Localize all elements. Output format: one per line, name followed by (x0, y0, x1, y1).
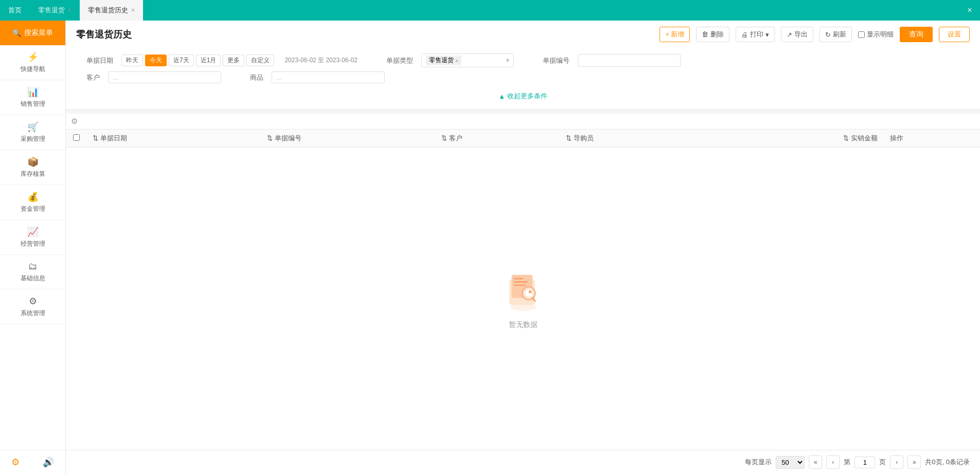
sales-mgmt-label: 销售管理 (21, 100, 45, 108)
customer-filter-label: 客户 (86, 73, 100, 82)
sidebar-item-quick-nav[interactable]: ⚡快捷导航 (0, 45, 65, 80)
filter-row-2: 客户 ... 商品 ... (86, 71, 959, 83)
table-area: ⚙ ⇅ 单据日期 ⇅ 单据编号 ⇅ 客户 ⇅ 导购员 ⇅ 实销金额 操作 (66, 114, 980, 450)
sidebar-item-finance[interactable]: 💰资金管理 (0, 185, 65, 220)
top-bar: 首页零售退货×零售退货历史× × (0, 0, 980, 21)
date-btn-近1月[interactable]: 近1月 (196, 54, 221, 66)
inventory-label: 库存核算 (21, 170, 45, 178)
customer-placeholder: ... (113, 74, 118, 81)
tabs-container: 首页零售退货×零售退货历史× (0, 0, 959, 21)
base-info-icon: 🗂 (28, 261, 38, 272)
page-label: 第 (844, 458, 850, 467)
table-settings-icon[interactable]: ⚙ (71, 117, 78, 126)
export-button[interactable]: ↗ 导出 (781, 27, 813, 42)
sidebar-search[interactable]: 🔍 搜索菜单 (0, 21, 65, 45)
sidebar-item-base-info[interactable]: 🗂基础信息 (0, 255, 65, 289)
sidebar-bottom: ⚙ 🔊 (0, 450, 65, 474)
main-layout: 🔍 搜索菜单 ⚡快捷导航📊销售管理🛒采购管理📦库存核算💰资金管理📈经营管理🗂基础… (0, 21, 980, 474)
settings-icon[interactable]: ⚙ (11, 457, 20, 468)
page-number-input[interactable] (854, 457, 875, 468)
tab-home[interactable]: 首页 (0, 0, 30, 21)
setting-button[interactable]: 设置 (939, 27, 970, 42)
sidebar-item-inventory[interactable]: 📦库存核算 (0, 150, 65, 185)
col-number-icon: ⇅ (267, 134, 273, 142)
page-suffix: 页 (879, 458, 886, 467)
tab-retail-return[interactable]: 零售退货× (30, 0, 80, 21)
purchase-mgmt-label: 采购管理 (21, 135, 45, 143)
col-guide-icon: ⇅ (566, 134, 572, 142)
system-icon: ⚙ (29, 296, 37, 307)
toolbar: + 新增 🗑 删除 🖨 打印 ▾ ↗ 导出 ↻ 刷新 (660, 27, 970, 42)
customer-select[interactable]: ... (108, 71, 221, 83)
col-customer: ⇅ 客户 (435, 130, 560, 148)
col-number: ⇅ 单据编号 (261, 130, 435, 148)
show-detail-input[interactable] (858, 31, 865, 38)
tab-retail-return-history[interactable]: 零售退货历史× (80, 0, 143, 21)
empty-state: 暂无数据 (66, 148, 980, 450)
sidebar-search-label: 搜索菜单 (24, 28, 53, 38)
system-label: 系统管理 (21, 309, 45, 318)
sidebar-items: ⚡快捷导航📊销售管理🛒采购管理📦库存核算💰资金管理📈经营管理🗂基础信息⚙系统管理 (0, 45, 65, 324)
finance-label: 资金管理 (21, 205, 45, 213)
select-all-checkbox[interactable] (73, 134, 80, 141)
date-buttons: 昨天今天近7天近1月更多自定义 (121, 54, 274, 66)
sidebar-item-purchase-mgmt[interactable]: 🛒采购管理 (0, 115, 65, 150)
search-icon: 🔍 (12, 29, 21, 37)
voucher-input[interactable] (578, 54, 681, 67)
col-action: 操作 (884, 130, 980, 148)
export-icon: ↗ (787, 31, 792, 39)
last-page-button[interactable]: » (907, 455, 921, 469)
sidebar-item-sales-mgmt[interactable]: 📊销售管理 (0, 80, 65, 115)
svg-rect-4 (514, 281, 528, 283)
date-btn-今天[interactable]: 今天 (145, 54, 167, 66)
date-btn-更多[interactable]: 更多 (223, 54, 244, 66)
empty-icon (500, 268, 546, 314)
voucher-filter-label: 单据编号 (543, 56, 569, 65)
first-page-button[interactable]: « (809, 455, 822, 469)
collapse-button[interactable]: ▲ 收起更多条件 (492, 89, 554, 103)
finance-icon: 💰 (27, 191, 39, 203)
page-header: 零售退货历史 + 新增 🗑 删除 🖨 打印 ▾ ↗ 导出 ↻ (66, 21, 980, 110)
main-content: 零售退货历史 + 新增 🗑 删除 🖨 打印 ▾ ↗ 导出 ↻ (66, 21, 980, 474)
show-detail-label: 显示明细 (867, 30, 894, 39)
next-page-button[interactable]: › (890, 455, 903, 469)
date-btn-自定义[interactable]: 自定义 (246, 54, 274, 66)
operations-label: 经营管理 (21, 240, 45, 248)
tab-close-retail-return[interactable]: × (68, 7, 72, 14)
print-arrow: ▾ (765, 31, 769, 39)
print-button[interactable]: 🖨 打印 ▾ (736, 27, 775, 42)
per-page-select[interactable]: 50 10 20 100 (776, 456, 805, 469)
svg-rect-3 (514, 278, 523, 280)
filter-row-1: 单据日期 昨天今天近7天近1月更多自定义 2023-06-02 至 2023-0… (86, 53, 959, 67)
type-select[interactable]: 零售退货 × ▾ (421, 53, 514, 67)
tab-close-retail-return-history[interactable]: × (131, 7, 135, 14)
inventory-icon: 📦 (27, 156, 39, 168)
total-info: 共0页, 0条记录 (925, 458, 970, 467)
date-btn-昨天[interactable]: 昨天 (121, 54, 143, 66)
refresh-button[interactable]: ↻ 刷新 (819, 27, 852, 42)
col-guide: ⇅ 导购员 (560, 130, 709, 148)
volume-icon[interactable]: 🔊 (43, 457, 54, 468)
window-close-button[interactable]: × (959, 0, 980, 21)
sidebar-item-system[interactable]: ⚙系统管理 (0, 289, 65, 324)
new-button[interactable]: + 新增 (660, 27, 690, 42)
collapse-up-icon: ▲ (498, 93, 505, 100)
quick-nav-icon: ⚡ (27, 51, 39, 63)
col-amount: ⇅ 实销金额 (709, 130, 884, 148)
table-toolbar: ⚙ (66, 114, 980, 130)
per-page-label: 每页显示 (745, 458, 772, 467)
col-amount-icon: ⇅ (843, 134, 849, 142)
date-btn-近7天[interactable]: 近7天 (169, 54, 194, 66)
delete-button[interactable]: 🗑 删除 (696, 27, 729, 42)
checkbox-col-header (66, 130, 86, 148)
query-button[interactable]: 查询 (900, 27, 933, 42)
sidebar: 🔍 搜索菜单 ⚡快捷导航📊销售管理🛒采购管理📦库存核算💰资金管理📈经营管理🗂基础… (0, 21, 66, 474)
col-date-icon: ⇅ (93, 134, 98, 142)
sales-mgmt-icon: 📊 (27, 86, 39, 98)
collapse-label: 收起更多条件 (507, 92, 547, 101)
show-detail-checkbox[interactable]: 显示明细 (858, 30, 894, 39)
prev-page-button[interactable]: ‹ (826, 455, 840, 469)
goods-select[interactable]: ... (272, 71, 385, 83)
sidebar-item-operations[interactable]: 📈经营管理 (0, 220, 65, 255)
type-tag-close[interactable]: × (455, 58, 458, 64)
